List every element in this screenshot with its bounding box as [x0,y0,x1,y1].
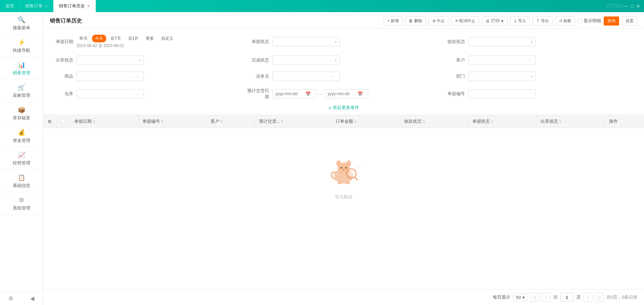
complete-status-content: ▾ [272,55,441,65]
delivery-start-cal-icon[interactable]: 📅 [305,91,311,97]
import-button[interactable]: ⤓ 导入 [510,16,530,26]
bill-status-select[interactable]: ▾ [272,37,340,46]
window-maximize-icon[interactable]: □ [631,4,634,9]
warehouse-ellipsis-btn[interactable]: ··· [133,91,141,97]
page-first-btn[interactable]: ⟨⟨ [530,293,539,302]
th-checkbox[interactable] [56,115,70,128]
date-pill-7days[interactable]: 近7天 [108,35,124,42]
sidebar-item-finance[interactable]: 💰 资金管理 [0,125,43,147]
customer-ellipsis-btn[interactable]: ··· [524,58,532,63]
page-prev-btn[interactable]: ⟨ [542,293,551,302]
page-input[interactable]: 1 [560,293,574,302]
query-button[interactable]: 查询 [604,16,619,26]
add-button[interactable]: + 新增 [384,16,402,26]
dept-select[interactable]: ▾ [468,72,535,81]
tab-sales-order[interactable]: 销售订单 ✕ [20,0,53,12]
th-settings[interactable]: ⚙ [43,115,56,128]
export-button[interactable]: ⤒ 导出 [532,16,552,26]
cancel-stop-button[interactable]: ✕ 取消中止 [451,16,479,26]
complete-status-select[interactable]: ▾ [272,55,340,65]
th-out-status[interactable]: 出库状态 ⇅ [536,115,605,128]
show-detail-checkbox[interactable] [578,19,582,23]
window-close-icon[interactable]: ✕ [636,4,640,9]
date-pill-1month[interactable]: 近1月 [125,35,142,42]
product-ellipsis-btn[interactable]: ··· [133,74,141,79]
sidebar-collapse-icon[interactable]: ◀ [30,295,34,302]
th-bill-status-sort-icon: ⇅ [491,120,493,123]
customer-input-wrapper: ··· [468,55,535,65]
date-label: 单据日期 [50,39,77,45]
tab-sales-order-close[interactable]: ✕ [45,4,48,8]
warehouse-input-wrapper: ··· [77,89,144,99]
svg-point-10 [348,170,354,177]
out-status-select[interactable]: ▾ [77,55,144,65]
th-out-status-label: 出库状态 [541,118,558,124]
tab-home[interactable]: 首页 [0,0,20,12]
salesperson-input[interactable] [275,74,329,79]
sidebar-item-basic[interactable]: 📋 基础信息 [0,170,43,192]
th-payment-status[interactable]: 收款状态 ⇅ [400,115,468,128]
payment-status-select[interactable]: ▾ [468,37,535,46]
salesperson-ellipsis-btn[interactable]: ··· [329,74,337,79]
sidebar-item-system[interactable]: ⚙ 系统管理 [0,192,43,215]
page-next-btn[interactable]: ⟩ [584,293,592,302]
page-last-btn[interactable]: ⟩⟩ [595,293,604,302]
print-arrow-icon: ▾ [501,18,504,24]
th-customer[interactable]: 客户 ⇅ [207,115,255,128]
sidebar-item-purchase[interactable]: 🛒 采购管理 [0,80,43,102]
shortcut-icon: ⚡ [18,39,25,46]
stop-button[interactable]: ⊘ 中止 [429,16,448,26]
date-pill-more[interactable]: 更多 [143,35,157,42]
page-label-suffix: 页 [576,294,581,300]
th-delivery-sort-icon: ⇅ [281,120,284,123]
collapse-row[interactable]: ∧ 收起更多条件 [50,103,637,111]
customer-input[interactable] [471,58,524,63]
th-bill-no[interactable]: 单据编号 ⇅ [138,115,206,128]
pagination-bar: 每页显示 50 ▾ ⟨⟨ ⟨ 第 1 页 ⟩ ⟩⟩ 共0页，0条记录 [43,289,644,305]
th-checkbox-all[interactable] [61,119,66,123]
date-pill-yesterday[interactable]: 昨天 [77,35,91,42]
svg-point-8 [343,169,344,170]
product-input[interactable] [80,74,133,79]
payment-status-chevron-icon: ▾ [531,40,532,44]
th-delivery[interactable]: 预计交货... ⇅ [255,115,331,128]
sidebar-item-shortcut[interactable]: ⚡ 快捷导航 [0,35,43,57]
sidebar-settings-icon[interactable]: ⚙ [8,295,13,302]
sidebar-item-search[interactable]: 🔍 搜索菜单 [0,12,43,35]
delivery-end-input[interactable] [328,91,356,96]
bill-no-label: 单据编号 [441,91,468,97]
show-detail-label[interactable]: 显示明细 [578,18,601,24]
bill-no-input[interactable] [471,91,532,96]
filter-delivery-date: 预计交货日期 📅 — 📅 [246,86,441,102]
refresh-button[interactable]: ↺ 刷新 [555,16,575,26]
window-minimize-icon[interactable]: — [624,4,628,9]
tab-sales-order-history[interactable]: 销售订单历史 ✕ [53,0,96,12]
th-action: 操作 [605,115,644,128]
delete-button[interactable]: 🗑 删除 [405,16,426,26]
th-date[interactable]: 单据日期 ⇅ [70,115,138,128]
table-wrapper: ⚙ 单据日期 ⇅ 单据编号 [43,115,644,289]
date-pill-custom[interactable]: 自定义 [158,35,176,42]
sidebar-item-sales[interactable]: 📊 销售管理 [0,57,43,80]
warehouse-input[interactable] [80,91,133,96]
filter-warehouse: 仓库 ··· [50,86,246,102]
settings-button[interactable]: 设置 [622,16,637,26]
svg-line-11 [355,177,357,180]
tab-sales-order-history-close[interactable]: ✕ [87,4,90,8]
delivery-end-cal-icon[interactable]: 📅 [357,91,363,97]
th-amount[interactable]: 订单金额 ⇅ [332,115,400,128]
print-button[interactable]: 🖨 打印 ▾ [482,16,507,26]
sidebar-item-operations[interactable]: 📈 经营管理 [0,147,43,170]
delivery-start-input[interactable] [275,91,304,96]
sidebar-item-basic-label: 基础信息 [13,183,30,189]
filter-bill-no: 单据编号 [441,86,637,102]
per-page-select[interactable]: 50 ▾ [513,294,527,301]
date-pill-today[interactable]: 今天 [92,35,106,42]
sidebar-item-inventory[interactable]: 📦 库存核算 [0,102,43,125]
sidebar: 🔍 搜索菜单 ⚡ 快捷导航 📊 销售管理 🛒 采购管理 📦 库存核算 💰 资金管… [0,12,43,305]
th-bill-status[interactable]: 单据状态 ⇅ [468,115,536,128]
th-amount-label: 订单金额 [336,118,353,124]
complete-status-label: 完成状态 [246,57,272,63]
settings-gear-icon[interactable]: ⚙ [48,119,52,124]
svg-point-5 [347,161,350,165]
